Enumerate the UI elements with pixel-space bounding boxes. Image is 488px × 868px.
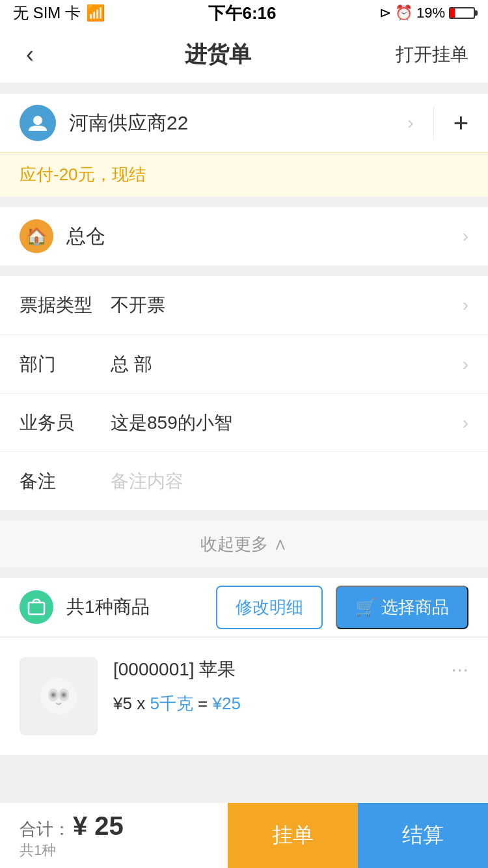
salesperson-row[interactable]: 业务员 这是859的小智 › [0,393,488,452]
product-title: 苹果 [199,659,236,679]
product-placeholder-icon [36,673,81,719]
total-row: 合计： ¥ 25 [20,811,208,841]
total-section: 合计： ¥ 25 共1种 [0,803,228,868]
hang-button[interactable]: 挂单 [228,803,358,868]
warehouse-row[interactable]: 🏠 总仓 › [0,207,488,265]
back-button[interactable]: ‹ [20,34,40,75]
supplier-name: 河南供应商22 [69,110,407,137]
status-time: 下午6:16 [208,2,276,25]
status-left: 无 SIM 卡 📶 [13,3,105,23]
product-code: [0000001] [113,659,195,679]
location-icon: ⊳ [379,5,391,21]
battery-text: 19% [416,5,445,21]
checkout-button[interactable]: 结算 [358,803,488,868]
product-more-button[interactable]: ··· [451,657,468,681]
price-value: ¥5 [113,694,132,713]
products-icon [20,590,53,624]
department-chevron-icon: › [463,354,468,375]
warehouse-chevron-icon: › [463,226,468,247]
cart-icon: 🛒 [355,597,376,617]
divider [433,107,434,139]
remark-input[interactable]: 备注内容 [111,469,468,494]
select-products-button[interactable]: 🛒 选择商品 [336,586,468,629]
total-amount: ¥ 25 [73,811,124,841]
battery-icon [449,7,475,19]
product-info: [0000001] 苹果 ¥5 x 5千克 = ¥25 [113,657,435,715]
svg-point-2 [40,678,77,714]
quantity-value: 5千克 [150,694,193,713]
products-header: 共1种商品 修改明细 🛒 选择商品 [0,578,488,636]
svg-point-7 [52,694,55,697]
department-row[interactable]: 部门 总 部 › [0,334,488,393]
nav-bar: ‹ 进货单 打开挂单 [0,26,488,83]
invoice-type-label: 票据类型 [20,293,111,318]
remark-label: 备注 [20,469,111,494]
carrier-text: 无 SIM 卡 [13,3,81,23]
product-item: [0000001] 苹果 ¥5 x 5千克 = ¥25 ··· [0,638,488,755]
supplier-row[interactable]: 河南供应商22 › + [0,94,488,152]
svg-point-8 [62,694,66,697]
supplier-chevron-icon: › [407,113,413,133]
supplier-section: 河南供应商22 › + 应付-20元，现结 [0,94,488,197]
open-hang-button[interactable]: 打开挂单 [396,42,468,67]
invoice-type-row[interactable]: 票据类型 不开票 › [0,276,488,334]
warehouse-icon: 🏠 [20,219,53,253]
collapse-toggle[interactable]: 收起更多 ∧ [0,521,488,567]
bottom-bar: 合计： ¥ 25 共1种 挂单 结算 [0,803,488,868]
department-label: 部门 [20,352,111,377]
salesperson-label: 业务员 [20,411,111,435]
status-bar: 无 SIM 卡 📶 下午6:16 ⊳ ⏰ 19% [0,0,488,26]
equals-sign: = [198,694,212,713]
form-section: 票据类型 不开票 › 部门 总 部 › 业务员 这是859的小智 › 备注 备注… [0,276,488,510]
wifi-icon: 📶 [86,4,105,22]
warehouse-name: 总仓 [66,223,463,250]
page-title: 进货单 [185,40,251,70]
salesperson-chevron-icon: › [463,413,468,433]
supplier-notice: 应付-20元，现结 [0,152,488,197]
add-supplier-button[interactable]: + [454,109,468,138]
warehouse-section: 🏠 总仓 › [0,207,488,265]
remark-row[interactable]: 备注 备注内容 [0,452,488,510]
svg-point-0 [33,116,42,125]
edit-details-button[interactable]: 修改明细 [216,586,323,629]
total-label: 合计： [20,818,70,841]
item-total: ¥25 [213,694,241,713]
alarm-icon: ⏰ [395,5,413,21]
invoice-chevron-icon: › [463,295,468,316]
price-multiply: x [137,694,150,713]
svg-rect-1 [29,603,44,614]
total-count: 共1种 [20,841,208,860]
product-price: ¥5 x 5千克 = ¥25 [113,692,435,715]
department-value: 总 部 [111,352,463,377]
product-thumbnail [20,657,98,735]
product-name: [0000001] 苹果 [113,657,435,682]
invoice-type-value: 不开票 [111,293,463,318]
products-count-label: 共1种商品 [66,595,203,619]
select-products-label: 选择商品 [381,596,449,619]
status-right: ⊳ ⏰ 19% [379,5,475,21]
salesperson-value: 这是859的小智 [111,411,463,435]
supplier-avatar [20,105,56,141]
